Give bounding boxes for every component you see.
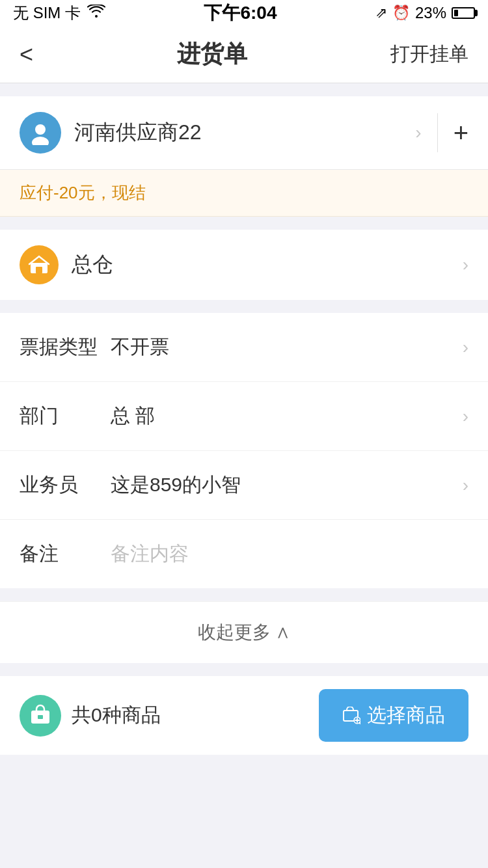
supplier-row[interactable]: 河南供应商22 › + (0, 96, 488, 170)
supplier-name: 河南供应商22 (74, 118, 415, 147)
invoice-type-value: 不开票 (111, 334, 463, 360)
status-time: 下午6:04 (204, 1, 277, 25)
add-supplier-button[interactable]: + (454, 118, 468, 148)
form-section: 票据类型 不开票 › 部门 总 部 › 业务员 这是859的小智 › 备注 备注… (0, 313, 488, 588)
select-product-button[interactable]: 选择商品 (319, 689, 468, 742)
notice-banner: 应付-20元，现结 (0, 170, 488, 217)
bottom-bar: 共0种商品 选择商品 (0, 676, 488, 755)
section-gap-1 (0, 83, 488, 96)
supplier-divider (437, 113, 438, 152)
salesman-row[interactable]: 业务员 这是859的小智 › (0, 451, 488, 520)
salesman-value: 这是859的小智 (111, 472, 463, 498)
supplier-avatar (20, 112, 61, 154)
svg-rect-3 (36, 267, 42, 273)
carrier-text: 无 SIM 卡 (13, 3, 81, 23)
open-pending-button[interactable]: 打开挂单 (390, 41, 468, 68)
department-value: 总 部 (111, 403, 463, 429)
nav-bar: < 进货单 打开挂单 (0, 26, 488, 83)
salesman-label: 业务员 (20, 472, 111, 498)
warehouse-section[interactable]: 总仓 › (0, 230, 488, 300)
battery-icon (452, 7, 475, 19)
svg-rect-5 (38, 715, 43, 719)
warehouse-icon (20, 245, 59, 284)
status-right: ⇗ ⏰ 23% (375, 4, 475, 22)
department-row[interactable]: 部门 总 部 › (0, 382, 488, 451)
status-left: 无 SIM 卡 (13, 3, 105, 23)
department-chevron-icon: › (463, 406, 468, 427)
svg-point-0 (35, 124, 46, 135)
alarm-icon: ⏰ (392, 5, 410, 21)
battery-text: 23% (415, 4, 446, 22)
wifi-icon (87, 5, 105, 21)
location-icon: ⇗ (375, 5, 387, 21)
invoice-type-label: 票据类型 (20, 334, 111, 360)
collapse-button[interactable]: 收起更多 ∧ (0, 601, 488, 663)
remarks-label: 备注 (20, 541, 111, 567)
supplier-section: 河南供应商22 › + 应付-20元，现结 (0, 96, 488, 217)
remarks-input[interactable]: 备注内容 (111, 541, 468, 567)
page-background (0, 755, 488, 868)
invoice-type-chevron-icon: › (463, 337, 468, 358)
status-bar: 无 SIM 卡 下午6:04 ⇗ ⏰ 23% (0, 0, 488, 26)
product-count-text: 共0种商品 (72, 702, 319, 729)
collapse-label: 收起更多 ∧ (198, 620, 291, 645)
warehouse-row[interactable]: 总仓 › (0, 230, 488, 300)
page-title: 进货单 (177, 38, 247, 70)
svg-point-1 (32, 137, 49, 145)
select-product-label: 选择商品 (367, 702, 445, 729)
notice-text: 应付-20元，现结 (20, 183, 146, 202)
department-label: 部门 (20, 403, 111, 429)
invoice-type-row[interactable]: 票据类型 不开票 › (0, 313, 488, 382)
warehouse-chevron-icon: › (463, 254, 468, 275)
warehouse-name: 总仓 (72, 251, 463, 279)
product-count-icon (20, 695, 61, 737)
salesman-chevron-icon: › (463, 475, 468, 496)
supplier-chevron-icon: › (415, 122, 421, 143)
back-button[interactable]: < (20, 41, 33, 68)
remarks-row[interactable]: 备注 备注内容 (0, 520, 488, 588)
